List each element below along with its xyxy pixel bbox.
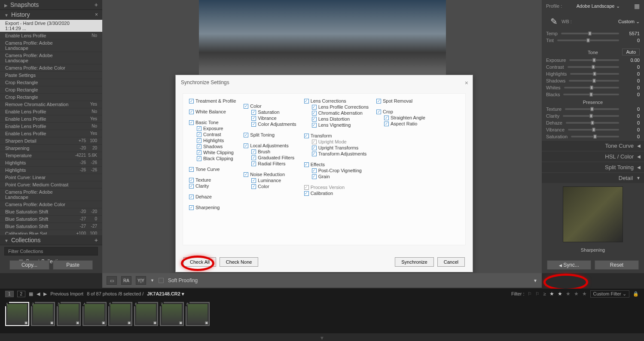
slider-thumb[interactable] [590, 85, 593, 90]
flag-reject-icon[interactable]: ⚐ [535, 291, 540, 297]
checkbox-row[interactable]: ✓Aspect Ratio [376, 121, 425, 127]
checkbox-row[interactable]: ✓Straighten Angle [376, 115, 425, 121]
checkbox-row[interactable]: ✓Lens Vignetting [304, 122, 369, 128]
checkbox-row[interactable]: ✓Color [244, 103, 296, 109]
checkbox-row[interactable]: ✓White Balance [189, 109, 236, 115]
history-item[interactable]: Blue Saturation Shift-20-20 [0, 208, 102, 216]
checkbox[interactable]: ✓ [251, 178, 256, 183]
checkbox[interactable]: ✓ [244, 143, 248, 148]
star-5[interactable]: ★ [582, 291, 587, 297]
slider-thumb[interactable] [590, 107, 594, 111]
slider-track[interactable] [570, 73, 619, 75]
detail-panel[interactable]: Detail▼ [542, 173, 644, 183]
slider-value[interactable]: 0 [623, 78, 640, 83]
checkbox[interactable]: ✓ [251, 161, 256, 166]
checkbox-row[interactable]: ✓Effects [304, 161, 369, 167]
checkbox[interactable]: ✓ [384, 116, 389, 120]
checkbox-row[interactable]: ✓Brush [244, 149, 296, 155]
checkbox[interactable]: ✓ [244, 172, 248, 177]
history-item[interactable]: Enable Lens ProfileNo [0, 123, 102, 130]
checkbox-row[interactable]: ✓Transform [304, 133, 369, 139]
checkbox[interactable]: ✓ [189, 195, 194, 199]
history-item[interactable]: Point Curve: Medium Contrast [0, 181, 102, 189]
filmstrip-thumb[interactable]: 5▣ [108, 302, 132, 326]
filter-collections-input[interactable]: Filter Collections [4, 247, 98, 256]
history-item[interactable]: Camera Profile: Adobe Color [0, 201, 102, 208]
checkbox[interactable]: ✓ [312, 105, 317, 110]
checkbox-row[interactable]: ✓Clarity [189, 183, 236, 189]
slider-value[interactable]: 0 [623, 127, 640, 132]
check-none-button[interactable]: Check None [220, 257, 259, 267]
plus-icon[interactable]: + [95, 1, 98, 8]
checkbox[interactable]: ✓ [312, 123, 317, 128]
checkbox[interactable]: ✓ [244, 133, 248, 137]
checkbox-row[interactable]: ✓Sharpening [189, 204, 236, 210]
star-1[interactable]: ★ [549, 291, 554, 297]
checkbox[interactable]: ✓ [312, 146, 317, 150]
history-item[interactable]: Highlights-26-26 [0, 159, 102, 167]
synchronize-button[interactable]: Synchronize [395, 257, 434, 267]
checkbox[interactable]: ✓ [189, 184, 194, 189]
arrow-left-icon[interactable]: ◀ [37, 291, 40, 297]
grid-icon[interactable]: ▦ [634, 3, 640, 9]
checkbox-row[interactable]: ✓Black Clipping [189, 155, 236, 161]
copy-button[interactable]: Copy... [9, 260, 49, 270]
slider-thumb[interactable] [592, 79, 596, 83]
history-item[interactable]: Enable Lens ProfileNo [0, 108, 102, 116]
reset-button[interactable]: Reset [595, 260, 639, 270]
checkbox[interactable]: ✓ [304, 162, 309, 167]
checkbox-row[interactable]: ✓Basic Tone [189, 119, 236, 125]
history-item[interactable]: Sharpen Detail+75100 [0, 137, 102, 145]
history-item[interactable]: Enable Lens ProfileYes [0, 116, 102, 123]
history-item[interactable]: Camera Profile: Adobe Landscape [0, 52, 102, 64]
compare-view-button[interactable]: RA [121, 276, 131, 285]
checkbox[interactable]: ✓ [189, 120, 194, 125]
checkbox[interactable]: ✓ [189, 167, 194, 172]
wb-dropdown[interactable]: Custom ⌄ [618, 19, 640, 24]
close-icon[interactable]: × [95, 12, 98, 18]
history-item[interactable]: Blue Saturation Shift-27-27 [0, 223, 102, 230]
slider-value[interactable]: 0 [623, 38, 640, 43]
checkbox[interactable]: ✓ [384, 122, 389, 126]
checkbox[interactable]: ✓ [244, 104, 248, 109]
collections-header[interactable]: ▼Collections + [0, 235, 102, 245]
detail-preview[interactable] [563, 186, 623, 242]
checkbox[interactable]: ✓ [197, 132, 201, 137]
history-item[interactable]: Crop Rectangle [0, 94, 102, 101]
checkbox-row[interactable]: ✓Shadows [189, 143, 236, 149]
checkbox[interactable]: ✓ [197, 144, 201, 149]
previous-import-label[interactable]: Previous Import [50, 291, 83, 296]
checkbox-row[interactable]: ✓Split Toning [244, 132, 296, 138]
history-item[interactable]: Export - Hard Drive (3/30/2020 1:14:29 .… [0, 20, 102, 32]
auto-button[interactable]: Auto [622, 49, 640, 55]
slider-track[interactable] [568, 129, 619, 131]
slider-thumb[interactable] [589, 114, 593, 118]
checkbox-row[interactable]: ✓Spot Removal [376, 98, 425, 104]
soft-proofing-checkbox[interactable] [159, 278, 164, 283]
history-item[interactable]: Crop Rectangle [0, 79, 102, 86]
slider-track[interactable] [563, 115, 619, 117]
checkbox-row[interactable]: ✓Local Adjustments [244, 143, 296, 149]
paste-button[interactable]: Paste [53, 260, 93, 270]
checkbox[interactable]: ✓ [312, 174, 317, 179]
checkbox[interactable]: ✓ [312, 140, 317, 144]
checkbox-row[interactable]: ✓Saturation [244, 109, 296, 115]
grip-handle[interactable]: ▼ [320, 335, 325, 341]
history-header[interactable]: ▼History × [0, 10, 102, 20]
checkbox[interactable]: ✓ [197, 138, 201, 143]
slider-thumb[interactable] [592, 65, 595, 69]
before-after-button[interactable]: Y|Y [136, 276, 146, 285]
checkbox-row[interactable]: ✓Calibration [304, 190, 369, 196]
slider-track[interactable] [566, 122, 619, 124]
check-all-button[interactable]: Check All [183, 257, 216, 267]
checkbox[interactable]: ✓ [189, 110, 194, 114]
dialog-close-button[interactable]: × [465, 79, 468, 86]
checkbox[interactable]: ✓ [251, 116, 256, 121]
filmstrip-thumb[interactable]: 6▣ [134, 302, 158, 326]
history-item[interactable]: Sharpening-2020 [0, 145, 102, 152]
checkbox-row[interactable]: ✓Radial Filters [244, 161, 296, 167]
checkbox-row[interactable]: ✓Contrast [189, 131, 236, 137]
split-toning-panel[interactable]: Split Toning◀ [542, 162, 644, 172]
slider-thumb[interactable] [593, 72, 596, 76]
checkbox[interactable]: ✓ [376, 99, 381, 104]
